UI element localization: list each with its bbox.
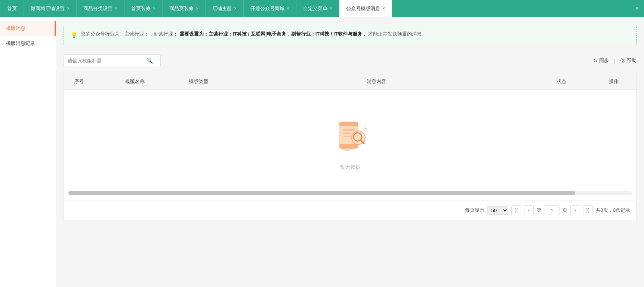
sync-icon: ↻ xyxy=(593,58,598,64)
search-bar: 🔍 ↻ 同步 | ⓪ 帮助 xyxy=(64,54,637,67)
col-type: 模版类型 xyxy=(176,78,221,85)
page-size-label: 每页显示 xyxy=(465,207,484,214)
sidebar-item-template-msg-label: 模版消息 xyxy=(6,25,25,32)
svg-rect-2 xyxy=(339,122,358,126)
info-banner-text: 您的公众号行业为：主营行业：，副营行业： 需要设置为：主营行业：IT科技 / 互… xyxy=(81,30,426,38)
sync-button[interactable]: ↻ 同步 xyxy=(593,57,609,64)
info-banner-after: 才能正常发送预置的消息。 xyxy=(368,31,426,37)
col-status: 状态 xyxy=(531,78,591,85)
col-name: 模版名称 xyxy=(94,78,176,85)
bulb-icon: 💡 xyxy=(71,31,78,40)
page-label: 第 xyxy=(537,207,542,214)
main-layout: 模版消息 模版消息记录 💡 您的公众号行业为：主营行业：，副营行业： 需要设置为… xyxy=(0,17,644,287)
svg-line-12 xyxy=(364,129,365,131)
tab-category-label: 商品分类设置 xyxy=(83,5,113,12)
pagination-bar: 每页显示 10 20 50 100 ⟨⟨ ‹ 第 页 › ⟩⟩ 共0页，0条记录 xyxy=(64,201,636,220)
svg-rect-5 xyxy=(343,132,352,134)
info-banner-highlight: 需要设置为：主营行业：IT科技 / 互联网|电子商务，副营行业：IT科技 / I… xyxy=(179,31,367,37)
info-banner-before: 您的公众号行业为：主营行业：，副营行业： xyxy=(81,31,178,37)
tab-homepage[interactable]: 首页装修 × xyxy=(124,0,163,17)
divider: | xyxy=(614,58,615,64)
tab-theme-close[interactable]: × xyxy=(234,6,237,11)
col-seq: 序号 xyxy=(64,78,94,85)
page-number-input[interactable] xyxy=(545,205,560,215)
sidebar: 模版消息 模版消息记录 xyxy=(0,17,56,287)
tab-product[interactable]: 商品页装修 × xyxy=(163,0,206,17)
prev-page-button[interactable]: ‹ xyxy=(524,205,534,215)
tab-mp-store-close[interactable]: × xyxy=(287,6,289,11)
data-table: 序号 模版名称 模版类型 消息内容 状态 操作 xyxy=(64,73,637,220)
tab-category-close[interactable]: × xyxy=(115,6,117,11)
help-button[interactable]: ⓪ 帮助 xyxy=(620,57,637,64)
sidebar-item-template-msg[interactable]: 模版消息 xyxy=(0,21,56,36)
tab-theme[interactable]: 店铺主题 × xyxy=(206,0,244,17)
scrollbar-thumb[interactable] xyxy=(68,191,575,195)
svg-line-10 xyxy=(364,126,365,127)
empty-text: 暂无数据 xyxy=(340,164,361,171)
tab-template-msg-label: 公众号模版消息 xyxy=(346,5,380,12)
help-circle-icon: ⓪ xyxy=(620,57,625,64)
horizontal-scrollbar[interactable] xyxy=(68,191,632,195)
tab-weshop-label: 微商城店铺设置 xyxy=(31,5,65,12)
sidebar-item-template-record[interactable]: 模版消息记录 xyxy=(0,36,56,51)
help-label: 帮助 xyxy=(627,57,637,64)
first-page-button[interactable]: ⟨⟨ xyxy=(511,205,521,215)
tab-weshop-close[interactable]: × xyxy=(67,6,70,11)
total-label: 共0页，0条记录 xyxy=(596,207,630,214)
search-actions: ↻ 同步 | ⓪ 帮助 xyxy=(593,57,637,64)
top-nav: 首页 微商城店铺设置 × 商品分类设置 × 首页装修 × 商品页装修 × 店铺主… xyxy=(0,0,644,17)
tab-template-msg[interactable]: 公众号模版消息 × xyxy=(339,0,392,17)
close-all-button[interactable]: × xyxy=(635,5,639,12)
table-header: 序号 模版名称 模版类型 消息内容 状态 操作 xyxy=(64,73,636,90)
tab-homepage-label: 首页装修 xyxy=(131,5,151,12)
search-input[interactable] xyxy=(68,58,146,64)
tab-weshop[interactable]: 微商城店铺设置 × xyxy=(24,0,77,17)
tab-home[interactable]: 首页 xyxy=(0,0,24,17)
tab-mp-store[interactable]: 开通公众号商城 × xyxy=(244,0,296,17)
svg-rect-4 xyxy=(343,129,355,131)
tab-theme-label: 店铺主题 xyxy=(212,5,232,12)
tab-mp-store-label: 开通公众号商城 xyxy=(250,5,284,12)
sidebar-item-template-record-label: 模版消息记录 xyxy=(6,40,35,47)
tab-category[interactable]: 商品分类设置 × xyxy=(77,0,124,17)
page-size-select[interactable]: 10 20 50 100 xyxy=(487,206,508,215)
tab-template-msg-close[interactable]: × xyxy=(382,6,385,11)
search-input-wrap: 🔍 xyxy=(64,54,161,67)
tab-custom-menu-close[interactable]: × xyxy=(330,6,332,11)
col-content: 消息内容 xyxy=(221,78,531,85)
empty-state: 暂无数据 xyxy=(64,90,636,186)
tab-custom-menu[interactable]: 自定义菜单 × xyxy=(296,0,339,17)
empty-illustration xyxy=(328,112,373,157)
last-page-button[interactable]: ⟩⟩ xyxy=(583,205,593,215)
content-area: 💡 您的公众号行业为：主营行业：，副营行业： 需要设置为：主营行业：IT科技 /… xyxy=(56,17,644,287)
info-banner: 💡 您的公众号行业为：主营行业：，副营行业： 需要设置为：主营行业：IT科技 /… xyxy=(64,25,637,45)
col-action: 操作 xyxy=(591,78,636,85)
tab-product-close[interactable]: × xyxy=(196,6,198,11)
next-page-button[interactable]: › xyxy=(570,205,580,215)
tab-home-label: 首页 xyxy=(7,5,17,12)
tab-custom-menu-label: 自定义菜单 xyxy=(303,5,327,12)
svg-rect-3 xyxy=(339,144,358,149)
page-unit: 页 xyxy=(563,207,567,214)
search-icon[interactable]: 🔍 xyxy=(146,57,153,64)
tab-homepage-close[interactable]: × xyxy=(153,6,155,11)
sync-label: 同步 xyxy=(599,57,609,64)
tab-product-label: 商品页装修 xyxy=(169,5,194,12)
